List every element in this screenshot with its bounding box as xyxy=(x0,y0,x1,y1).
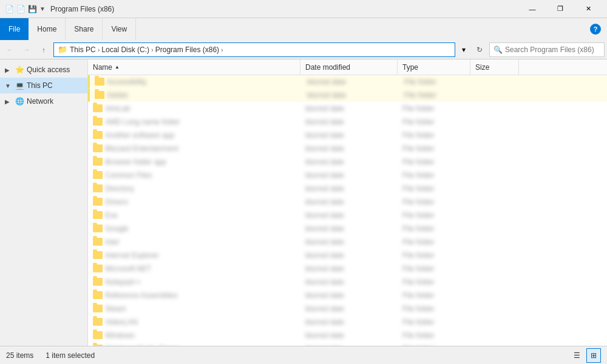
ribbon-file-tab[interactable]: File xyxy=(0,18,29,40)
tb-icon-3: 💾 xyxy=(28,5,37,13)
tb-expand-icon: ▼ xyxy=(39,5,46,12)
sidebar-item-quick-access[interactable]: ▶ ⭐ Quick access xyxy=(0,62,87,78)
ribbon-share-tab[interactable]: Share xyxy=(66,18,103,40)
ribbon-tabs: Home Share View ? xyxy=(29,18,607,40)
table-row[interactable]: Accessibility blurred date File folder xyxy=(88,75,607,89)
search-box[interactable]: 🔍 xyxy=(489,42,605,57)
folder-icon-row xyxy=(93,171,103,179)
breadcrumb: This PC › Local Disk (C:) › Program File… xyxy=(70,46,224,54)
this-pc-icon: 💻 xyxy=(15,81,24,90)
folder-icon-row xyxy=(93,331,103,339)
expand-icon-network: ▶ xyxy=(5,98,12,105)
expand-icon-this-pc: ▼ xyxy=(5,83,12,89)
col-header-type[interactable]: Type xyxy=(398,59,470,75)
maximize-button[interactable]: ❐ xyxy=(546,0,574,18)
title-bar: 📄 📄 💾 ▼ Program Files (x86) — ❐ ✕ xyxy=(0,0,607,18)
search-input[interactable] xyxy=(505,46,600,54)
folder-icon-row xyxy=(93,224,103,232)
help-icon[interactable]: ? xyxy=(590,24,601,35)
status-bar: 25 items 1 item selected ☰ ⊞ xyxy=(0,346,607,364)
folder-icon: 📁 xyxy=(58,45,67,54)
table-row[interactable]: Notepad++ blurred date File folder xyxy=(88,275,607,289)
table-row[interactable]: Intel blurred date File folder xyxy=(88,235,607,249)
col-header-size[interactable]: Size xyxy=(470,59,519,75)
col-header-date[interactable]: Date modified xyxy=(300,59,398,75)
sidebar-item-this-pc[interactable]: ▼ 💻 This PC xyxy=(0,78,87,93)
table-row[interactable]: Drivers blurred date File folder xyxy=(88,195,607,209)
network-icon: 🌐 xyxy=(15,96,24,106)
up-button[interactable]: ↑ xyxy=(36,42,51,57)
folder-icon-row xyxy=(93,305,103,312)
table-row[interactable]: Internet Explorer blurred date File fold… xyxy=(88,249,607,262)
col-name-label: Name xyxy=(93,63,112,72)
back-button[interactable]: ← xyxy=(2,42,17,57)
folder-icon-row xyxy=(93,291,103,299)
forward-button[interactable]: → xyxy=(19,42,34,57)
table-row[interactable]: Another software app blurred date File f… xyxy=(88,129,607,142)
folder-icon-row xyxy=(93,144,103,152)
bc-sep-3: › xyxy=(221,46,223,53)
folder-icon-row xyxy=(95,91,104,99)
details-view-button[interactable]: ☰ xyxy=(569,348,584,363)
address-dropdown[interactable]: ▾ xyxy=(458,42,470,57)
table-row[interactable]: Microsoft.NET blurred date File folder xyxy=(88,262,607,275)
status-item-count: 25 items xyxy=(6,351,33,360)
table-row[interactable]: Directory blurred date File folder xyxy=(88,182,607,195)
table-row[interactable]: Adobe blurred date File folder xyxy=(88,89,607,102)
file-list-container: Name ▲ Date modified Type Size Accessibi… xyxy=(88,59,607,346)
ribbon-home-tab[interactable]: Home xyxy=(29,18,66,40)
folder-icon-row xyxy=(93,158,103,166)
col-date-label: Date modified xyxy=(305,63,350,72)
minimize-button[interactable]: — xyxy=(518,0,546,18)
table-row[interactable]: VideoLAN blurred date File folder xyxy=(88,315,607,329)
search-icon: 🔍 xyxy=(493,46,503,54)
col-size-label: Size xyxy=(475,63,489,72)
close-button[interactable]: ✕ xyxy=(574,0,602,18)
folder-icon-row xyxy=(93,211,103,219)
title-bar-quick-buttons: 📄 📄 💾 ▼ xyxy=(5,5,46,13)
table-row[interactable]: Blizzard Entertainment blurred date File… xyxy=(88,142,607,155)
table-row[interactable]: AhnLab blurred date File folder xyxy=(88,102,607,115)
tb-icon-1: 📄 xyxy=(5,5,14,13)
table-row[interactable]: Exe blurred date File folder xyxy=(88,209,607,222)
folder-icon-row xyxy=(93,318,103,326)
table-row[interactable]: Reference Assemblies blurred date File f… xyxy=(88,289,607,302)
table-row[interactable]: Browser folder app blurred date File fol… xyxy=(88,155,607,169)
sidebar-label-network: Network xyxy=(27,97,53,106)
col-type-label: Type xyxy=(402,63,418,72)
ribbon-help: ? xyxy=(584,18,607,40)
bc-local-disk[interactable]: Local Disk (C:) xyxy=(101,46,149,54)
folder-icon-row xyxy=(93,265,103,272)
col-header-name[interactable]: Name ▲ xyxy=(88,59,300,75)
sidebar: ▶ ⭐ Quick access ▼ 💻 This PC ▶ 🌐 Network xyxy=(0,59,88,346)
bc-sep-2: › xyxy=(151,46,154,53)
folder-icon-row xyxy=(95,78,104,86)
table-row[interactable]: Common Files blurred date File folder xyxy=(88,169,607,182)
view-toggle-buttons: ☰ ⊞ xyxy=(569,348,601,363)
address-bar[interactable]: 📁 This PC › Local Disk (C:) › Program Fi… xyxy=(53,42,455,57)
folder-icon-row xyxy=(93,278,103,286)
sidebar-label-quick-access: Quick access xyxy=(27,66,70,74)
tiles-view-button[interactable]: ⊞ xyxy=(586,348,601,363)
sort-arrow-name: ▲ xyxy=(115,64,120,70)
table-row[interactable]: Google blurred date File folder xyxy=(88,222,607,235)
table-row[interactable]: AMD Long name folder blurred date File f… xyxy=(88,115,607,129)
folder-icon-row xyxy=(93,118,103,126)
tb-icon-2: 📄 xyxy=(16,5,25,13)
window-title: Program Files (x86) xyxy=(50,5,114,13)
quick-access-icon: ⭐ xyxy=(15,65,24,75)
refresh-button[interactable]: ↻ xyxy=(472,42,487,57)
folder-icon-row xyxy=(93,198,103,206)
table-row[interactable]: Windows Media Player blurred date File f… xyxy=(88,342,607,346)
table-row[interactable]: Windows blurred date File folder xyxy=(88,329,607,342)
bc-this-pc[interactable]: This PC xyxy=(70,46,96,54)
file-list-header: Name ▲ Date modified Type Size xyxy=(88,59,607,75)
ribbon-view-tab[interactable]: View xyxy=(103,18,136,40)
file-rows: Accessibility blurred date File folder A… xyxy=(88,75,607,346)
bc-program-files[interactable]: Program Files (x86) xyxy=(155,46,219,54)
table-row[interactable]: Steam blurred date File folder xyxy=(88,302,607,315)
sidebar-label-this-pc: This PC xyxy=(27,81,53,90)
sidebar-item-network[interactable]: ▶ 🌐 Network xyxy=(0,93,87,109)
bc-sep-1: › xyxy=(98,46,100,53)
status-selected-count: 1 item selected xyxy=(46,351,95,360)
